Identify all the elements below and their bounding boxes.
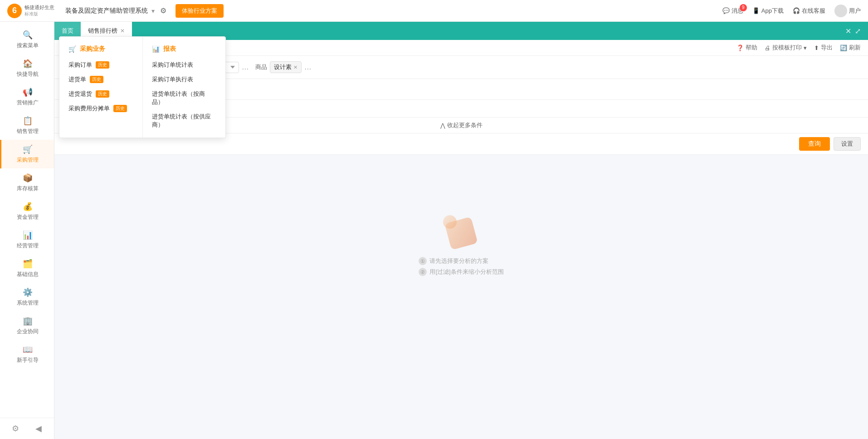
brand-name: 畅捷通好生意 xyxy=(24,4,54,10)
sidebar-bottom: ⚙ ◀ xyxy=(0,418,54,439)
operation-icon: 📊 xyxy=(23,230,33,240)
sidebar-item-marketing[interactable]: 📢 营销推广 xyxy=(0,83,54,111)
sidebar-item-system[interactable]: ⚙️ 系统管理 xyxy=(0,283,54,311)
brand-edition: 标准版 xyxy=(24,11,54,17)
finance-icon: 💰 xyxy=(23,202,33,212)
sidebar-item-purchase[interactable]: 🛒 采购管理 xyxy=(0,140,54,168)
dropdown-col-report: 📊 报表 采购订单统计表 采购订单执行表 进货单统计表（按商品） 进货单统计表（… xyxy=(143,37,226,138)
refresh-btn[interactable]: 🔄 刷新 xyxy=(840,44,861,52)
sidebar-item-operation[interactable]: 📊 经营管理 xyxy=(0,226,54,254)
po-exec-label: 采购订单执行表 xyxy=(152,75,193,84)
sidebar-item-finance[interactable]: 💰 资金管理 xyxy=(0,197,54,226)
dropdown-item-po-stats[interactable]: 采购订单统计表 xyxy=(143,58,226,72)
dropdown-item-purchase-expense[interactable]: 采购费用分摊单 历史 xyxy=(59,101,142,116)
dropdown-purchase-label: 采购业务 xyxy=(80,45,105,53)
dropdown-menu: 🛒 采购业务 采购订单 历史 进货单 历史 进货退货 历史 采购费用分摊单 xyxy=(59,36,226,138)
industry-btn[interactable]: 体验行业方案 xyxy=(176,4,224,18)
sidebar-item-guide[interactable]: 📖 新手引导 xyxy=(0,340,54,369)
tab-close-window-icon[interactable]: ✕ xyxy=(845,27,851,35)
tab-sales-rank-label: 销售排行榜 xyxy=(88,27,117,35)
dropdown-item-return-goods[interactable]: 进货退货 历史 xyxy=(59,87,142,101)
sidebar-item-search[interactable]: 🔍 搜索菜单 xyxy=(0,25,54,54)
user-label: 用户 xyxy=(849,7,861,15)
collapse-arrow-icon: ⋀ xyxy=(440,122,445,129)
app-download-btn[interactable]: 📱 App下载 xyxy=(752,7,784,15)
sidebar-item-enterprise[interactable]: 🏢 企业协同 xyxy=(0,311,54,340)
sidebar-label-system: 系统管理 xyxy=(17,299,39,307)
dropdown-item-purchase-order[interactable]: 采购订单 历史 xyxy=(59,58,142,72)
voucher-status-more[interactable]: … xyxy=(242,63,250,71)
help-label: 帮助 xyxy=(746,44,757,52)
refresh-label: 刷新 xyxy=(849,44,861,52)
sidebar-label-search: 搜索菜单 xyxy=(17,42,39,49)
system-title-text: 装备及固定资产辅助管理系统 xyxy=(65,7,148,15)
headset-icon: 🎧 xyxy=(793,7,800,14)
settings-btn[interactable]: 设置 xyxy=(834,137,861,151)
purchase-order-label: 采购订单 xyxy=(68,61,92,69)
tab-home-label: 首页 xyxy=(62,27,73,35)
tab-maximize-icon[interactable]: ⤢ xyxy=(855,27,861,35)
logo-icon: 6 xyxy=(7,4,22,18)
dropdown-item-receipt-stats-product[interactable]: 进货单统计表（按商品） xyxy=(143,87,226,109)
product-tag-text: 设计素 xyxy=(274,63,292,71)
print-btn[interactable]: 🖨 按模板打印 ▾ xyxy=(765,44,807,52)
online-service-btn[interactable]: 🎧 在线客服 xyxy=(793,7,825,15)
hint-num-2: ② xyxy=(419,268,427,276)
notification-badge: 9 xyxy=(740,4,747,11)
export-label: 导出 xyxy=(821,44,833,52)
robot-head xyxy=(443,215,457,229)
content-area: 首页 销售排行榜 ✕ ✕ ⤢ ❓ 帮助 🖨 按模板打印 xyxy=(54,22,868,439)
user-btn[interactable]: 用户 xyxy=(834,5,861,17)
dropdown-report-icon: 📊 xyxy=(152,45,160,53)
hint-text-1: 请先选择要分析的方案 xyxy=(429,257,488,265)
query-btn[interactable]: 查询 xyxy=(799,137,830,151)
help-btn[interactable]: ❓ 帮助 xyxy=(736,44,757,52)
system-settings-icon[interactable]: ⚙ xyxy=(160,6,166,15)
purchase-icon: 🛒 xyxy=(23,144,33,154)
system-title-arrow[interactable]: ▾ xyxy=(151,7,155,15)
sidebar-label-quick: 快捷导航 xyxy=(17,70,39,78)
sidebar-item-inventory[interactable]: 📦 库存核算 xyxy=(0,168,54,197)
product-more[interactable]: … xyxy=(304,63,312,71)
collapse-conditions-btn[interactable]: ⋀ 收起更多条件 xyxy=(440,121,483,129)
notification-icon: 💬 xyxy=(722,7,730,14)
main-layout: 🔍 搜索菜单 🏠 快捷导航 📢 营销推广 📋 销售管理 🛒 采购管理 📦 库存核… xyxy=(0,22,868,439)
dropdown-item-receipt-stats-supplier[interactable]: 进货单统计表（按供应商） xyxy=(143,109,226,132)
sidebar-item-basic[interactable]: 🗂️ 基础信息 xyxy=(0,254,54,283)
dropdown-item-goods-receipt[interactable]: 进货单 历史 xyxy=(59,72,142,87)
dropdown-report-title: 📊 报表 xyxy=(143,42,226,58)
sidebar-item-sales[interactable]: 📋 销售管理 xyxy=(0,111,54,140)
notification-btn[interactable]: 💬 消息 9 xyxy=(722,7,743,15)
sidebar-collapse-btn[interactable]: ◀ xyxy=(29,424,49,434)
sidebar-settings-btn[interactable]: ⚙ xyxy=(5,424,25,434)
tab-right-btns: ✕ ⤢ xyxy=(845,27,868,35)
purchase-expense-label: 采购费用分摊单 xyxy=(68,104,110,113)
product-label: 商品 xyxy=(255,63,267,71)
tab-close-icon[interactable]: ✕ xyxy=(120,28,125,34)
empty-hints: ① 请先选择要分析的方案 ② 用[过滤]条件来缩小分析范围 xyxy=(419,257,503,276)
sidebar-label-operation: 经营管理 xyxy=(17,242,39,250)
purchase-expense-history-badge: 历史 xyxy=(113,105,127,112)
dropdown-item-po-exec[interactable]: 采购订单执行表 xyxy=(143,72,226,87)
sidebar-label-marketing: 营销推广 xyxy=(17,99,39,107)
dropdown-purchase-icon: 🛒 xyxy=(68,45,76,53)
dropdown-col-purchase: 🛒 采购业务 采购订单 历史 进货单 历史 进货退货 历史 采购费用分摊单 xyxy=(59,37,143,138)
sidebar-item-quick[interactable]: 🏠 快捷导航 xyxy=(0,54,54,83)
sidebar-label-finance: 资金管理 xyxy=(17,213,39,221)
header-right: 💬 消息 9 📱 App下载 🎧 在线客服 用户 xyxy=(722,5,861,17)
sidebar-label-enterprise: 企业协同 xyxy=(17,328,39,335)
dropdown-purchase-title: 🛒 采购业务 xyxy=(59,42,142,58)
empty-hint-1: ① 请先选择要分析的方案 xyxy=(419,257,503,265)
logo-area: 6 畅捷通好生意 标准版 xyxy=(7,4,62,18)
enterprise-icon: 🏢 xyxy=(23,316,33,326)
dropdown-report-label: 报表 xyxy=(163,45,176,53)
sidebar-label-inventory: 库存核算 xyxy=(17,185,39,192)
hint-text-2: 用[过滤]条件来缩小分析范围 xyxy=(429,268,503,276)
sales-icon: 📋 xyxy=(23,116,33,126)
system-icon: ⚙️ xyxy=(23,287,33,297)
sidebar-label-basic: 基础信息 xyxy=(17,271,39,278)
goods-receipt-history-badge: 历史 xyxy=(90,76,103,83)
product-tag-remove[interactable]: ✕ xyxy=(293,64,297,70)
export-btn[interactable]: ⬆ 导出 xyxy=(814,44,833,52)
receipt-stats-supplier-label: 进货单统计表（按供应商） xyxy=(152,113,217,129)
